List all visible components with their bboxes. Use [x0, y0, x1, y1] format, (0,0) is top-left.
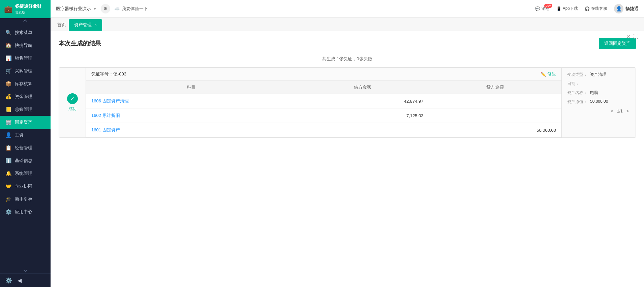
app-edition: 普及版 [15, 10, 41, 15]
col-header-subject: 科目 [86, 81, 296, 94]
sidebar-label-capital: 资金管理 [15, 94, 32, 100]
username: 畅捷通 [625, 6, 639, 12]
sidebar-item-payroll[interactable]: 👤 工资 [0, 129, 51, 141]
subject-1601[interactable]: 1601 固定资产 [86, 123, 296, 137]
sidebar-label-app-center: 应用中心 [15, 209, 32, 215]
voucher-header: 凭证字号：记-003 ✏️ 修改 [86, 68, 561, 81]
avatar: 👤 [614, 4, 623, 13]
sidebar-item-app-center[interactable]: ⚙️ 应用中心 [0, 205, 51, 218]
sidebar-label-search: 搜索菜单 [15, 30, 32, 36]
app-name: 畅捷通好业财 [15, 3, 41, 9]
sidebar-item-capital[interactable]: 💰 资金管理 [0, 90, 51, 103]
company-selector[interactable]: 医疗器械行业演示 ▼ [56, 6, 97, 12]
sidebar-item-ledger[interactable]: 📒 总账管理 [0, 103, 51, 116]
pagination-next[interactable]: > [626, 109, 629, 114]
sidebar-item-quick-nav[interactable]: 🏠 快捷导航 [0, 39, 51, 52]
search-icon: 🔍 [5, 30, 11, 36]
system-icon: 🔔 [5, 170, 11, 177]
tab-label-asset-management: 资产管理 [74, 22, 92, 28]
sidebar-item-sales[interactable]: 📊 销售管理 [0, 52, 51, 65]
asset-name-row: 资产名称： 电脑 [567, 90, 630, 96]
success-icon: ✓ [67, 93, 78, 104]
asset-original-row: 资产原值： 50,000.00 [567, 99, 630, 105]
page-title: 本次生成的结果 [59, 39, 101, 47]
sidebar-item-beginner[interactable]: 🎓 新手引导 [0, 193, 51, 205]
voucher-card: ✓ 成功 凭证字号：记-003 ✏️ 修改 科目 借方金额 [59, 67, 636, 138]
main-area: 医疗器械行业演示 ▼ ⚙ ☁️ 我要体验一下 💬 消息 99+ 📱 App下载 … [51, 0, 644, 287]
sidebar-item-enterprise[interactable]: 🤝 企业协同 [0, 180, 51, 193]
panel-controls: ✕ ⛶ [626, 34, 639, 40]
sidebar-label-enterprise: 企业协同 [15, 183, 32, 189]
beginner-icon: 🎓 [5, 196, 11, 202]
online-service-label: 在线客服 [591, 6, 607, 11]
tab-close-icon[interactable]: × [94, 23, 97, 27]
page-header: 本次生成的结果 返回固定资产 [59, 38, 636, 49]
payroll-icon: 👤 [5, 132, 11, 138]
inventory-icon: 📦 [5, 81, 11, 87]
sidebar-label-purchase: 采购管理 [15, 68, 32, 74]
success-text: 成功 [68, 106, 76, 112]
user-info[interactable]: 👤 畅捷通 [614, 4, 639, 13]
message-badge: 99+ [544, 4, 552, 8]
change-type-row: 变动类型： 资产清理 [567, 72, 630, 77]
sidebar-item-search[interactable]: 🔍 搜索菜单 [0, 26, 51, 39]
sidebar-label-fixed-assets: 固定资产 [15, 119, 32, 125]
fixed-assets-icon: 🏢 [5, 119, 11, 125]
success-column: ✓ 成功 [59, 68, 86, 137]
app-download-label: App下载 [563, 6, 578, 11]
pagination: < 1/1 > [567, 109, 630, 114]
edit-icon: ✏️ [541, 72, 546, 77]
sidebar-label-operations: 经营管理 [15, 145, 32, 151]
change-type-value: 资产清理 [590, 72, 606, 77]
online-service-button[interactable]: 🎧 在线客服 [585, 6, 607, 11]
chevron-down-icon: ▼ [93, 7, 97, 11]
subject-1602[interactable]: 1602 累计折旧 [86, 108, 296, 123]
message-button[interactable]: 💬 消息 99+ [535, 6, 550, 11]
asset-name-value: 电脑 [590, 90, 598, 96]
asset-original-value: 50,000.00 [590, 99, 608, 105]
subject-1606[interactable]: 1606 固定资产清理 [86, 94, 296, 108]
sidebar-label-payroll: 工资 [15, 132, 24, 138]
sidebar-label-beginner: 新手引导 [15, 196, 32, 202]
sidebar-label-quick-nav: 快捷导航 [15, 42, 32, 49]
sidebar-label-inventory: 库存核算 [15, 81, 32, 87]
app-download-icon: 📱 [556, 6, 561, 11]
gear-button[interactable]: ⚙ [101, 4, 110, 13]
credit-1606 [429, 94, 561, 108]
date-label: 日期： [567, 81, 579, 87]
app-download-button[interactable]: 📱 App下载 [556, 6, 578, 11]
sidebar-item-purchase[interactable]: 🛒 采购管理 [0, 65, 51, 77]
sidebar-label-basic-info: 基础信息 [15, 158, 32, 164]
logo-icon: 💼 [4, 5, 12, 13]
tab-home[interactable]: 首页 [56, 19, 67, 31]
settings-footer-icon[interactable]: ⚙️ [5, 277, 12, 284]
edit-button[interactable]: ✏️ 修改 [541, 71, 556, 77]
tab-asset-management[interactable]: 资产管理 × [69, 19, 102, 31]
close-panel-icon[interactable]: ✕ [626, 34, 631, 40]
collapse-footer-icon[interactable]: ◀ [18, 277, 22, 284]
sidebar-item-inventory[interactable]: 📦 库存核算 [0, 77, 51, 90]
sidebar-item-fixed-assets[interactable]: 🏢 固定资产 [0, 116, 51, 129]
sidebar-item-system[interactable]: 🔔 系统管理 [0, 167, 51, 180]
sidebar-nav: 🔍 搜索菜单 🏠 快捷导航 📊 销售管理 🛒 采购管理 📦 库存核算 💰 资金管… [0, 24, 51, 268]
edit-label: 修改 [547, 71, 556, 77]
company-name: 医疗器械行业演示 [56, 6, 91, 12]
sidebar-item-basic-info[interactable]: ℹ️ 基础信息 [0, 154, 51, 167]
pagination-prev[interactable]: < [611, 109, 613, 114]
service-icon: 🎧 [585, 6, 590, 11]
sales-icon: 📊 [5, 55, 11, 61]
scroll-up-btn[interactable] [0, 18, 51, 24]
col-header-debit: 借方金额 [296, 81, 429, 94]
top-header: 医疗器械行业演示 ▼ ⚙ ☁️ 我要体验一下 💬 消息 99+ 📱 App下载 … [51, 0, 644, 18]
credit-1602 [429, 108, 561, 123]
purchase-icon: 🛒 [5, 68, 11, 74]
experience-button[interactable]: ☁️ 我要体验一下 [114, 6, 148, 12]
sidebar-item-operations[interactable]: 📋 经营管理 [0, 141, 51, 154]
voucher-number: 凭证字号：记-003 [91, 71, 126, 77]
pagination-info: 1/1 [617, 109, 623, 114]
sidebar-footer: ⚙️ ◀ [0, 274, 51, 287]
expand-panel-icon[interactable]: ⛶ [633, 34, 639, 40]
date-row: 日期： [567, 81, 630, 87]
col-header-credit: 贷方金额 [429, 81, 561, 94]
scroll-down-btn[interactable] [0, 268, 51, 274]
